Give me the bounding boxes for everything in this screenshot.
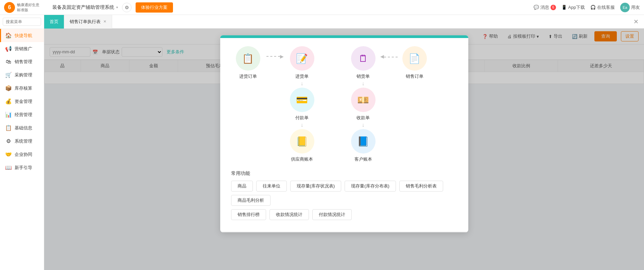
download-icon: 📱	[561, 5, 567, 10]
logo-text: 畅康通好生意 标准版	[17, 2, 39, 12]
sidebar-item-label: 采购管理	[15, 72, 32, 78]
sidebar-item-label: 新手引导	[15, 165, 32, 171]
basic-info-icon: 📋	[5, 125, 12, 131]
sidebar-item-finance[interactable]: 💰资金管理	[0, 95, 44, 108]
sales-order-icon: 📄	[402, 46, 427, 71]
sidebar-item-label: 库存核算	[15, 85, 32, 91]
message-button[interactable]: 💬 消息 6	[534, 4, 556, 11]
flow-node-sales-order[interactable]: 📄 销售订单	[398, 46, 432, 79]
popup-overlay: 📋 进货订单 ▶	[44, 29, 644, 270]
tab-bar: 首页 销售订单执行表 ✕ ✕	[44, 15, 644, 29]
receipt-label: 收款单	[356, 115, 370, 121]
cf-function-button[interactable]: 收款情况统计	[269, 209, 309, 220]
purchase-receipt-label: 进货单	[295, 73, 309, 79]
app-download-button[interactable]: 📱 App下载	[561, 4, 585, 11]
system-icon: ⚙	[5, 138, 12, 144]
dropdown-arrow-icon[interactable]: ▾	[116, 5, 118, 9]
sidebar-item-label: 经营管理	[15, 112, 32, 118]
arrow-receipt-to-customer: ↓	[362, 121, 365, 129]
tab-home[interactable]: 首页	[44, 15, 64, 29]
cf-title: 常用功能	[231, 170, 457, 177]
sidebar: 🏠快捷导航📢营销推广🛍销售管理🛒采购管理📦库存核算💰资金管理📊经营管理📋基础信息…	[0, 15, 44, 270]
tab-sales-order[interactable]: 销售订单执行表 ✕	[64, 15, 112, 29]
quick-nav-icon: 🏠	[5, 32, 12, 39]
arrow-po-to-pr: ▶	[266, 46, 284, 59]
cf-function-button[interactable]: 商品毛利分析	[231, 195, 271, 206]
logo-icon: 6	[4, 2, 15, 13]
flow-node-payment[interactable]: 💳 付款单	[285, 88, 319, 121]
sidebar-item-label: 快捷导航	[15, 33, 32, 39]
sales-invoice-icon: 🗒	[351, 46, 376, 71]
sidebar-item-basic-info[interactable]: 📋基础信息	[0, 121, 44, 134]
cf-function-button[interactable]: 销售毛利分析表	[399, 181, 443, 192]
purchase-order-icon: 📋	[236, 46, 260, 71]
common-functions: 常用功能 商品往来单位现存量(库存状况表)现存量(库存分布表)销售毛利分析表商品…	[231, 170, 457, 220]
sidebar-item-sales[interactable]: 🛍销售管理	[0, 55, 44, 68]
supplier-ledger-icon: 📒	[290, 129, 314, 154]
arrow-si-to-receipt: ↓	[362, 79, 365, 88]
content-area: 首页 销售订单执行表 ✕ ✕ ❓ 帮助	[44, 15, 644, 270]
tab-close-icon[interactable]: ✕	[103, 19, 106, 24]
customer-ledger-icon: 📘	[351, 129, 376, 154]
sidebar-item-label: 系统管理	[15, 138, 32, 144]
customer-ledger-label: 客户账本	[354, 156, 372, 162]
flow-col-purchase: 📝 进货单 ↓ 💳 付款单 ↓	[285, 46, 319, 162]
logo-section: 6 畅康通好生意 标准版	[4, 2, 48, 13]
sidebar-item-label: 企业协同	[15, 151, 32, 158]
sidebar-item-label: 销售管理	[15, 59, 32, 65]
main-area: 🏠快捷导航📢营销推广🛍销售管理🛒采购管理📦库存核算💰资金管理📊经营管理📋基础信息…	[0, 15, 644, 270]
purchase-order-label: 进货订单	[239, 73, 257, 79]
scroll-right-arrow[interactable]: ▶	[460, 232, 466, 232]
flow-node-purchase-receipt[interactable]: 📝 进货单	[285, 46, 319, 79]
flow-node-purchase-order[interactable]: 📋 进货订单	[231, 46, 265, 79]
marketing-icon: 📢	[5, 46, 12, 52]
flow-node-customer-ledger[interactable]: 📘 客户账本	[346, 129, 380, 162]
sidebar-nav: 🏠快捷导航📢营销推广🛍销售管理🛒采购管理📦库存核算💰资金管理📊经营管理📋基础信息…	[0, 29, 44, 174]
flow-node-supplier-ledger[interactable]: 📒 供应商账本	[285, 129, 319, 162]
scroll-left-arrow[interactable]: ◀	[223, 232, 228, 232]
cf-buttons-row1: 商品往来单位现存量(库存状况表)现存量(库存分布表)销售毛利分析表商品毛利分析	[231, 181, 457, 206]
cf-function-button[interactable]: 付款情况统计	[312, 209, 352, 220]
newbie-icon: 📖	[5, 164, 12, 171]
sidebar-item-newbie[interactable]: 📖新手引导	[0, 161, 44, 174]
popup-scrollbar: ◀ ▶	[220, 232, 468, 232]
trial-button[interactable]: 体验行业方案	[136, 2, 173, 13]
enterprise-icon: 🤝	[5, 151, 12, 158]
sidebar-item-enterprise[interactable]: 🤝企业协同	[0, 148, 44, 161]
popup-header-bar	[220, 35, 468, 38]
search-bar	[0, 15, 44, 29]
receipt-icon: 💴	[351, 88, 376, 112]
system-title: 装备及固定资产辅助管理系统 ▾	[52, 4, 118, 11]
sales-invoice-label: 销货单	[356, 73, 370, 79]
sidebar-item-system[interactable]: ⚙系统管理	[0, 134, 44, 148]
avatar: Ea	[620, 3, 630, 12]
tab-sales-order-label: 销售订单执行表	[70, 19, 101, 25]
popup: 📋 进货订单 ▶	[220, 35, 468, 232]
sidebar-item-quick-nav[interactable]: 🏠快捷导航	[0, 29, 44, 42]
sidebar-item-marketing[interactable]: 📢营销推广	[0, 42, 44, 55]
close-all-tabs-button[interactable]: ✕	[628, 18, 644, 25]
sidebar-item-purchase[interactable]: 🛒采购管理	[0, 68, 44, 82]
sidebar-item-label: 营销推广	[15, 46, 32, 52]
online-service-button[interactable]: 🎧 在线客服	[590, 4, 615, 11]
settings-gear-button[interactable]: ⚙	[122, 3, 132, 12]
sidebar-item-operations[interactable]: 📊经营管理	[0, 108, 44, 121]
search-input[interactable]	[3, 18, 41, 26]
flow-node-receipt[interactable]: 💴 收款单	[346, 88, 380, 121]
cf-function-button[interactable]: 往来单位	[256, 181, 287, 192]
popup-body: 📋 进货订单 ▶	[220, 38, 468, 232]
headset-icon: 🎧	[590, 5, 596, 10]
flow-node-sales-invoice[interactable]: 🗒 销货单	[346, 46, 380, 79]
app-container: 6 畅康通好生意 标准版 装备及固定资产辅助管理系统 ▾ ⚙ 体验行业方案 💬 …	[0, 0, 644, 270]
flow-diagram: 📋 进货订单 ▶	[231, 46, 457, 162]
user-menu-button[interactable]: Ea 用友	[620, 3, 640, 12]
sidebar-item-inventory[interactable]: 📦库存核算	[0, 82, 44, 95]
sidebar-item-label: 资金管理	[15, 98, 32, 105]
message-icon: 💬	[534, 5, 539, 10]
cf-function-button[interactable]: 商品	[231, 181, 253, 192]
payment-icon: 💳	[290, 88, 314, 112]
cf-function-button[interactable]: 销售排行榜	[231, 209, 266, 220]
cf-function-button[interactable]: 现存量(库存分布表)	[345, 181, 396, 192]
cf-function-button[interactable]: 现存量(库存状况表)	[290, 181, 342, 192]
arrow-pr-to-payment: ↓	[301, 79, 303, 88]
